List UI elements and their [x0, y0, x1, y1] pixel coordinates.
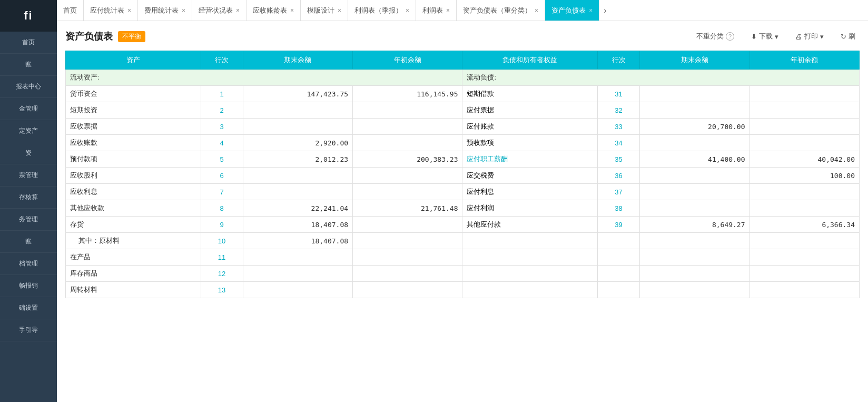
sidebar-item-home[interactable]: 首页 — [0, 32, 57, 54]
cell-liability[interactable] — [462, 249, 598, 266]
cell-liability[interactable]: 短期借款 — [462, 86, 598, 102]
cell-period-end2 — [640, 102, 749, 119]
sidebar-item-affairs-mgmt[interactable]: 务管理 — [0, 209, 57, 231]
cell-asset[interactable]: 应收股利 — [66, 168, 201, 184]
sidebar-item-sales[interactable]: 畅报销 — [0, 275, 57, 297]
cell-liability[interactable]: 应付职工薪酬 — [462, 151, 598, 168]
cell-liability[interactable] — [462, 282, 598, 298]
cell-asset[interactable]: 应收账款 — [66, 135, 201, 151]
sidebar-item-archive-mgmt[interactable]: 档管理 — [0, 253, 57, 275]
sidebar-item-guide[interactable]: 手引导 — [0, 319, 57, 341]
cell-asset[interactable]: 其中：原材料 — [66, 233, 201, 249]
cell-asset[interactable]: 其他应收款 — [66, 200, 201, 217]
cell-liability[interactable] — [462, 266, 598, 282]
sidebar-logo: fi — [0, 0, 57, 32]
tab-home[interactable]: 首页 — [57, 0, 84, 21]
tab-close-balance-sheet[interactable]: × — [589, 7, 593, 14]
tab-close-template-design[interactable]: × — [338, 7, 341, 14]
cell-asset[interactable]: 周转材料 — [66, 282, 201, 298]
sidebar-item-stock-settle[interactable]: 存核算 — [0, 187, 57, 209]
cell-period-end2 — [640, 184, 749, 200]
section-label-left: 流动资产: — [66, 70, 462, 86]
tab-close-ar-aging[interactable]: × — [290, 7, 294, 14]
cell-period-end2 — [640, 200, 749, 217]
cell-asset[interactable]: 应收利息 — [66, 184, 201, 200]
cell-asset[interactable]: 预付款项 — [66, 151, 201, 168]
table-row: 应收票据 3 应付账款 33 20,700.00 — [66, 119, 860, 135]
sidebar-item-ledger[interactable]: 账 — [0, 231, 57, 253]
table-row: 应收账款 4 2,920.00 预收款项 34 — [66, 135, 860, 151]
cell-year-start: 21,761.48 — [353, 200, 462, 217]
section-label-right: 流动负债: — [462, 70, 860, 86]
tab-profit[interactable]: 利润表 × — [416, 0, 457, 21]
tab-ar-aging[interactable]: 应收账龄表 × — [246, 0, 301, 21]
sidebar-item-basic-settings[interactable]: 础设置 — [0, 297, 57, 319]
cell-liability[interactable]: 应付利息 — [462, 184, 598, 200]
table-row: 库存商品 12 — [66, 266, 860, 282]
sidebar-item-fixed-assets[interactable]: 定资产 — [0, 120, 57, 142]
cell-period-end: 18,407.08 — [243, 217, 352, 233]
cell-liability[interactable]: 应付票据 — [462, 102, 598, 119]
tab-operation-status[interactable]: 经营状况表 × — [192, 0, 246, 21]
header-period-end: 期末余额 — [243, 51, 352, 70]
tab-close-expense-stats[interactable]: × — [182, 7, 185, 14]
tab-template-design[interactable]: 模版设计 × — [301, 0, 348, 21]
cell-row: 12 — [201, 266, 243, 282]
cell-year-start — [353, 266, 462, 282]
sidebar-item-investment[interactable]: 资 — [0, 142, 57, 164]
print-button[interactable]: 🖨 打印 ▾ — [791, 30, 828, 43]
sidebar-item-accounts[interactable]: 账 — [0, 54, 57, 76]
header-year-start: 年初余额 — [353, 51, 462, 70]
toolbar-right: 不重分类 ? ⬇ 下载 ▾ 🖨 打印 ▾ ↻ 刷 — [692, 30, 860, 43]
tab-close-ap-stats[interactable]: × — [127, 7, 131, 14]
tab-close-operation-status[interactable]: × — [236, 7, 240, 14]
tab-close-balance-reclassified[interactable]: × — [535, 7, 538, 14]
cell-asset[interactable]: 应收票据 — [66, 119, 201, 135]
tab-close-profit-quarterly[interactable]: × — [406, 7, 409, 14]
table-row: 应收利息 7 应付利息 37 — [66, 184, 860, 200]
cell-year-start2 — [749, 249, 859, 266]
cell-row2: 38 — [597, 200, 639, 217]
cell-row: 2 — [201, 102, 243, 119]
sidebar-item-report-center[interactable]: 报表中心 — [0, 76, 57, 98]
cell-period-end: 2,920.00 — [243, 135, 352, 151]
page-title: 资产负债表 — [65, 30, 113, 43]
cell-row: 11 — [201, 249, 243, 266]
tab-expense-stats[interactable]: 费用统计表 × — [138, 0, 192, 21]
cell-liability[interactable]: 预收款项 — [462, 135, 598, 151]
tab-profit-quarterly[interactable]: 利润表（季报） × — [348, 0, 416, 21]
content-area: 资产负债表 不平衡 不重分类 ? ⬇ 下载 ▾ 🖨 打印 ▾ — [57, 21, 868, 402]
refresh-button[interactable]: ↻ 刷 — [836, 30, 860, 43]
tab-balance-reclassified[interactable]: 资产负债表（重分类） × — [457, 0, 545, 21]
cell-liability[interactable]: 应付利润 — [462, 200, 598, 217]
sidebar-item-ticket-mgmt[interactable]: 票管理 — [0, 164, 57, 187]
tab-scroll-right[interactable]: › — [599, 0, 610, 21]
cell-asset[interactable]: 货币资金 — [66, 86, 201, 102]
tab-close-profit[interactable]: × — [446, 7, 450, 14]
cell-liability[interactable] — [462, 233, 598, 249]
cell-asset[interactable]: 在产品 — [66, 249, 201, 266]
table-row: 其中：原材料 10 18,407.08 — [66, 233, 860, 249]
cell-year-start2 — [749, 184, 859, 200]
cell-asset[interactable]: 库存商品 — [66, 266, 201, 282]
cell-asset[interactable]: 短期投资 — [66, 102, 201, 119]
help-icon[interactable]: ? — [726, 32, 734, 41]
cell-year-start2 — [749, 282, 859, 298]
no-reclassify-button[interactable]: 不重分类 ? — [692, 30, 738, 43]
tab-ap-stats[interactable]: 应付统计表 × — [84, 0, 138, 21]
tab-balance-sheet[interactable]: 资产负债表 × — [545, 0, 599, 21]
cell-row: 13 — [201, 282, 243, 298]
cell-row2: 39 — [597, 217, 639, 233]
page-header: 资产负债表 不平衡 不重分类 ? ⬇ 下载 ▾ 🖨 打印 ▾ — [65, 30, 860, 43]
cell-year-start2 — [749, 119, 859, 135]
sidebar-item-fund-mgmt[interactable]: 金管理 — [0, 98, 57, 120]
cell-liability[interactable]: 应付账款 — [462, 119, 598, 135]
download-button[interactable]: ⬇ 下载 ▾ — [747, 30, 783, 43]
table-row: 货币资金 1 147,423.75 116,145.95 短期借款 31 — [66, 86, 860, 102]
cell-row2: 31 — [597, 86, 639, 102]
cell-year-start2: 6,366.34 — [749, 217, 859, 233]
cell-asset[interactable]: 存货 — [66, 217, 201, 233]
cell-liability[interactable]: 应交税费 — [462, 168, 598, 184]
print-chevron-icon: ▾ — [820, 33, 824, 41]
cell-liability[interactable]: 其他应付款 — [462, 217, 598, 233]
